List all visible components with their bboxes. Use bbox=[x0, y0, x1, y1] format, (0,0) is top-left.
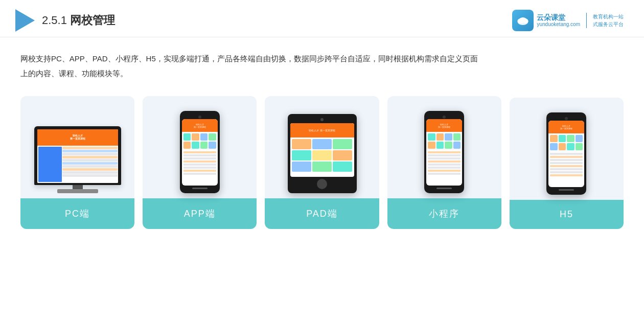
svg-point-3 bbox=[519, 17, 527, 23]
phone-content-row bbox=[550, 159, 583, 161]
phone-content-row bbox=[428, 160, 461, 163]
card-pad-image: 轻松人才 第一堂冥课程 bbox=[265, 96, 379, 198]
pc-screen-bottom bbox=[37, 146, 118, 183]
pad-cell bbox=[312, 162, 332, 172]
phone-content-row bbox=[550, 168, 583, 170]
logo-triangle-icon bbox=[15, 9, 35, 32]
phone-content-row bbox=[183, 164, 216, 166]
phone-content-row bbox=[183, 157, 216, 159]
h5-phone-outer: 轻松人才第一堂冥课程 bbox=[546, 112, 586, 195]
phone-content-row bbox=[183, 154, 216, 156]
pc-mini-row bbox=[62, 174, 118, 177]
pad-home-button bbox=[317, 179, 327, 189]
pc-mini-row bbox=[62, 168, 118, 171]
phone-content-row bbox=[183, 160, 216, 163]
phone-content-row bbox=[428, 164, 461, 166]
page-title: 2.5.1 网校管理 bbox=[42, 13, 115, 28]
h5-icon-grid bbox=[548, 133, 584, 152]
pc-neck bbox=[73, 185, 83, 189]
phone-content-row bbox=[550, 174, 583, 176]
phone-content-row bbox=[428, 157, 461, 159]
card-pc-label: PC端 bbox=[20, 198, 134, 229]
pc-screen-outer: 轻松人才第一堂冥课程 bbox=[34, 126, 121, 185]
app-icon-grid bbox=[182, 132, 218, 150]
card-pad-label: PAD端 bbox=[265, 198, 379, 229]
card-miniprogram-image: 轻松人才第一堂冥课程 bbox=[387, 96, 501, 198]
brand-tagline: 教育机构一站 式服务云平台 bbox=[593, 13, 624, 28]
description-text: 网校支持PC、APP、PAD、小程序、H5，实现多端打通，产品各终端自由切换，数… bbox=[20, 52, 480, 81]
app-phone-home-bar bbox=[192, 188, 208, 189]
phone-icon-cell bbox=[436, 133, 444, 141]
pc-mini-row bbox=[62, 162, 118, 165]
phone-content-row bbox=[550, 156, 583, 158]
phone-icon-cell bbox=[559, 143, 566, 150]
app-phone-screen: 轻松人才第一堂冥课程 bbox=[182, 119, 218, 186]
pad-cell bbox=[333, 139, 352, 149]
h5-phone-home-bar bbox=[559, 189, 574, 191]
phone-content-row bbox=[550, 171, 583, 173]
phone-content-row bbox=[550, 162, 583, 164]
h5-phone-screen: 轻松人才第一堂冥课程 bbox=[548, 121, 584, 187]
phone-icon-cell bbox=[209, 142, 216, 149]
phone-icon-cell bbox=[192, 142, 199, 149]
miniprogram-icon-grid bbox=[426, 132, 462, 150]
app-phone-top-bar: 轻松人才第一堂冥课程 bbox=[182, 119, 218, 132]
pad-camera bbox=[320, 118, 324, 121]
miniprogram-phone-mockup: 轻松人才第一堂冥课程 bbox=[424, 111, 464, 193]
pad-screen-top: 轻松人才 第一堂冥课程 bbox=[290, 123, 354, 137]
app-phone-mockup: 轻松人才第一堂冥课程 bbox=[180, 111, 220, 193]
phone-content-row bbox=[428, 170, 461, 172]
pad-cell bbox=[312, 139, 332, 149]
phone-icon-cell bbox=[445, 142, 452, 149]
phone-icon-cell bbox=[576, 135, 583, 142]
pc-mini-row bbox=[62, 159, 118, 162]
phone-content-row bbox=[428, 154, 461, 156]
brand-text: 云朵课堂 yunduoketang.com bbox=[537, 13, 580, 28]
pad-cell bbox=[312, 150, 332, 160]
card-app-image: 轻松人才第一堂冥课程 bbox=[143, 96, 257, 198]
pc-base bbox=[57, 189, 98, 193]
phone-icon-cell bbox=[567, 143, 574, 150]
pc-mini-row bbox=[62, 156, 118, 158]
pad-cell bbox=[292, 139, 311, 149]
phone-icon-cell bbox=[453, 133, 461, 141]
pc-mini-row bbox=[62, 171, 118, 174]
header-left: 2.5.1 网校管理 bbox=[15, 9, 115, 32]
phone-icon-cell bbox=[183, 133, 191, 141]
pc-mini-row bbox=[62, 147, 118, 149]
card-h5-label: H5 bbox=[510, 200, 624, 229]
card-miniprogram-label: 小程序 bbox=[387, 198, 501, 229]
card-miniprogram: 轻松人才第一堂冥课程 bbox=[387, 96, 501, 229]
h5-phone-notch bbox=[559, 117, 573, 119]
phone-icon-cell bbox=[436, 142, 444, 149]
card-pc-image: 轻松人才第一堂冥课程 bbox=[20, 96, 134, 198]
app-phone-notch bbox=[193, 115, 207, 118]
phone-icon-cell bbox=[453, 142, 461, 149]
phone-icon-cell bbox=[445, 133, 452, 141]
pc-screen-inner: 轻松人才第一堂冥课程 bbox=[37, 129, 118, 183]
pad-cell bbox=[292, 162, 311, 172]
phone-icon-cell bbox=[183, 142, 191, 149]
card-app-label: APP端 bbox=[143, 198, 257, 229]
phone-icon-cell bbox=[550, 143, 558, 150]
miniprogram-phone-home-bar bbox=[436, 188, 452, 189]
phone-content-row bbox=[428, 151, 461, 153]
h5-content-rows bbox=[548, 152, 584, 178]
app-content-rows bbox=[182, 150, 218, 177]
pad-cell bbox=[333, 150, 352, 160]
content-area: 网校支持PC、APP、PAD、小程序、H5，实现多端打通，产品各终端自由切换，数… bbox=[0, 37, 644, 239]
phone-content-row bbox=[428, 173, 461, 175]
pc-main-mini bbox=[62, 147, 118, 182]
card-pad: 轻松人才 第一堂冥课程 bbox=[265, 96, 379, 229]
pc-mini-row bbox=[62, 153, 118, 155]
brand-divider bbox=[586, 13, 587, 28]
pad-cell bbox=[333, 162, 352, 172]
header: 2.5.1 网校管理 云朵课堂 yunduoketang.com bbox=[0, 0, 644, 37]
phone-icon-cell bbox=[576, 143, 583, 150]
phone-icon-cell bbox=[209, 133, 216, 141]
miniprogram-phone-outer: 轻松人才第一堂冥课程 bbox=[424, 111, 464, 193]
phone-content-row bbox=[183, 167, 216, 169]
phone-content-row bbox=[550, 153, 583, 155]
pc-mini-row bbox=[62, 165, 118, 168]
phone-content-row bbox=[183, 173, 216, 175]
